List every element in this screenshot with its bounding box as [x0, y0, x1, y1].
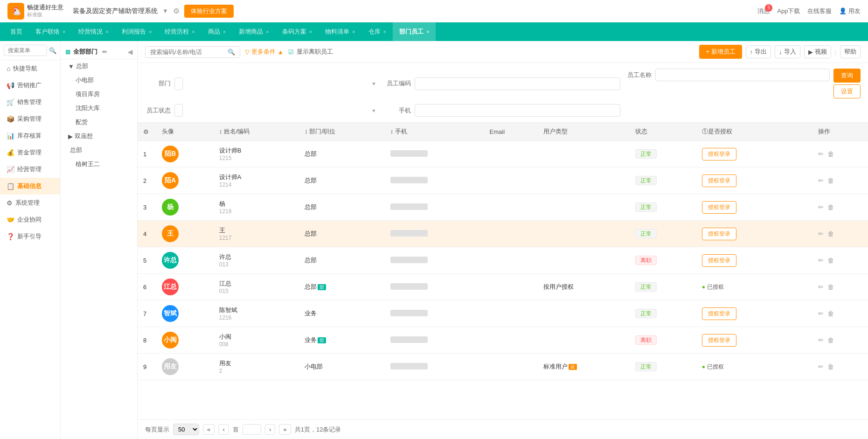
tab-close-icon[interactable]: ×	[105, 29, 108, 35]
sidebar-item-guide[interactable]: ❓ 新手引导	[0, 228, 60, 245]
tab-close-icon[interactable]: ×	[352, 29, 355, 35]
delete-icon[interactable]: 🗑	[827, 150, 834, 158]
empcode-input[interactable]	[415, 77, 620, 90]
phone-input[interactable]	[415, 104, 620, 117]
delete-icon[interactable]: 🗑	[827, 310, 834, 317]
nav-tab-商品[interactable]: 商品×	[201, 22, 232, 41]
search-input[interactable]	[150, 49, 225, 56]
online-service[interactable]: 在线客服	[807, 7, 832, 15]
auth-login-btn[interactable]: 授权登录	[702, 228, 736, 240]
tab-close-icon[interactable]: ×	[426, 29, 429, 35]
auth-login-btn[interactable]: 授权登录	[702, 201, 736, 214]
prev-page-btn[interactable]: ‹	[218, 424, 229, 435]
edit-icon[interactable]: ✏	[818, 336, 824, 344]
nav-tab-条码方案[interactable]: 条码方案×	[276, 22, 319, 41]
sidebar-item-finance[interactable]: 💰 资金管理	[0, 144, 60, 161]
dept-node[interactable]: ▼ 总部	[61, 59, 137, 73]
tab-close-icon[interactable]: ×	[62, 29, 65, 35]
edit-icon[interactable]: ✏	[818, 363, 824, 370]
trial-button[interactable]: 体验行业方案	[184, 5, 234, 18]
query-btn[interactable]: 查询	[833, 69, 861, 83]
dept-node[interactable]: 小电部	[61, 73, 137, 87]
nav-tab-经营历程[interactable]: 经营历程×	[158, 22, 201, 41]
dept-edit-icon[interactable]: ✏	[102, 49, 107, 56]
filter-more-btn[interactable]: ▽ 更多条件 ▲	[245, 48, 284, 56]
edit-icon[interactable]: ✏	[818, 177, 824, 184]
edit-icon[interactable]: ✏	[818, 257, 824, 264]
sidebar-item-enterprise[interactable]: 🤝 企业协同	[0, 211, 60, 228]
auth-login-btn[interactable]: 授权登录	[702, 334, 736, 347]
edit-icon[interactable]: ✏	[818, 150, 824, 158]
sidebar-item-purchase[interactable]: 📦 采购管理	[0, 111, 60, 127]
first-page-btn[interactable]: «	[203, 424, 215, 435]
app-download[interactable]: App下载	[777, 7, 800, 15]
dropdown-arrow[interactable]: ▼	[162, 7, 168, 14]
nav-tab-经营情况[interactable]: 经营情况×	[72, 22, 115, 41]
help-btn[interactable]: 帮助	[840, 45, 861, 58]
sidebar-item-sys-mgmt[interactable]: ⚙ 系统管理	[0, 195, 60, 211]
add-employee-btn[interactable]: + 新增员工	[699, 45, 742, 59]
delete-icon[interactable]: 🗑	[827, 336, 834, 344]
sidebar-search-input[interactable]	[4, 45, 47, 56]
tab-close-icon[interactable]: ×	[309, 29, 312, 35]
delete-icon[interactable]: 🗑	[827, 203, 834, 211]
tab-close-icon[interactable]: ×	[266, 29, 269, 35]
next-page-btn[interactable]: ›	[265, 424, 275, 435]
tab-close-icon[interactable]: ×	[192, 29, 194, 35]
dept-node[interactable]: 项目库房	[61, 87, 137, 101]
col-phone[interactable]: ↕ 手机	[385, 123, 484, 141]
dept-collapse-btn[interactable]: ◀	[128, 49, 132, 56]
auth-login-btn[interactable]: 授权登录	[702, 148, 736, 160]
show-resigned[interactable]: ☑ 显示离职员工	[288, 48, 333, 56]
edit-icon[interactable]: ✏	[818, 283, 824, 291]
auth-login-btn[interactable]: 授权登录	[702, 254, 736, 267]
nav-tab-新增商品[interactable]: 新增商品×	[232, 22, 275, 41]
settings-icon[interactable]: ⚙	[173, 7, 180, 15]
sidebar-item-marketing[interactable]: 📢 营销推广	[0, 77, 60, 94]
nav-tab-物料清单[interactable]: 物料清单×	[319, 22, 361, 41]
import-btn[interactable]: ↓ 导入	[775, 45, 800, 58]
edit-icon[interactable]: ✏	[818, 203, 824, 211]
sidebar-item-operations[interactable]: 📈 经营管理	[0, 161, 60, 178]
edit-icon[interactable]: ✏	[818, 310, 824, 317]
dept-node[interactable]: 配货	[61, 115, 137, 129]
col-dept[interactable]: ↕ 部门/职位	[299, 123, 385, 141]
delete-icon[interactable]: 🗑	[827, 177, 834, 184]
delete-icon[interactable]: 🗑	[827, 283, 834, 291]
empname-input[interactable]	[655, 69, 830, 81]
sidebar-item-inventory[interactable]: 📊 库存核算	[0, 127, 60, 144]
dept-node[interactable]: 总部	[61, 143, 137, 157]
notification-icon[interactable]: 消息 5	[757, 7, 770, 15]
edit-icon[interactable]: ✏	[818, 230, 824, 237]
set-btn[interactable]: 设置	[833, 84, 861, 98]
nav-tab-利润报告[interactable]: 利润报告×	[115, 22, 158, 41]
delete-icon[interactable]: 🗑	[827, 363, 834, 370]
sidebar-item-sales[interactable]: 🛒 销售管理	[0, 94, 60, 111]
dept-select[interactable]	[174, 77, 183, 90]
per-page-select[interactable]: 50 100	[173, 424, 199, 435]
dept-node[interactable]: 植树王二	[61, 157, 137, 171]
export-btn[interactable]: ↑ 导出	[746, 45, 771, 58]
nav-tab-仓库[interactable]: 仓库×	[362, 22, 393, 41]
auth-login-btn[interactable]: 授权登录	[702, 307, 736, 320]
sidebar-item-quick-nav[interactable]: ⌂ 快捷导航	[0, 60, 60, 77]
view-btn[interactable]: ▶ 视频	[804, 45, 831, 58]
auth-login-btn[interactable]: 授权登录	[702, 174, 736, 187]
user-avatar[interactable]: 👤 用友	[839, 7, 861, 15]
nav-tab-客户联络[interactable]: 客户联络×	[29, 22, 72, 41]
nav-tab-部门员工[interactable]: 部门员工×	[393, 22, 436, 41]
tab-close-icon[interactable]: ×	[383, 29, 386, 35]
col-settings[interactable]: ⚙	[138, 123, 156, 141]
empstatus-select[interactable]	[174, 104, 183, 117]
last-page-btn[interactable]: »	[279, 424, 291, 435]
page-input[interactable]: 1	[243, 424, 261, 435]
sidebar-item-basic-info[interactable]: 📋 基础信息	[0, 178, 60, 195]
dept-node[interactable]: 沈阳大库	[61, 101, 137, 115]
delete-icon[interactable]: 🗑	[827, 257, 834, 264]
tab-close-icon[interactable]: ×	[149, 29, 152, 35]
tab-close-icon[interactable]: ×	[223, 29, 226, 35]
col-name[interactable]: ↕ 姓名/编码	[214, 123, 299, 141]
dept-node[interactable]: ▶ 双庙想	[61, 129, 137, 143]
delete-icon[interactable]: 🗑	[827, 230, 834, 237]
nav-tab-首页[interactable]: 首页	[4, 22, 29, 41]
